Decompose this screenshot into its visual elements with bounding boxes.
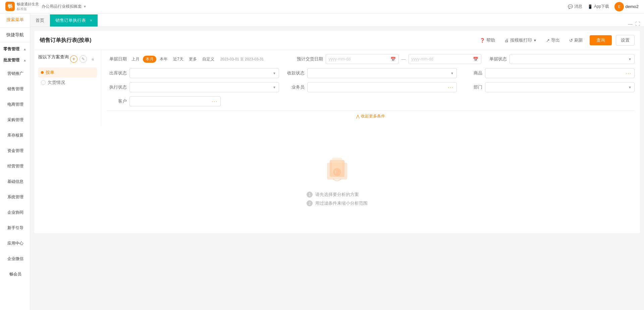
warehouse-status-select[interactable]: ▼ (129, 68, 279, 78)
sidebar-divider-1 (0, 28, 30, 28)
setting-button[interactable]: 设置 (616, 35, 635, 46)
doc-status-label: 单据状态 (487, 56, 507, 62)
collapse-more-btn[interactable]: ⋀ 收起更多条件 (107, 110, 635, 122)
sidebar-item-finance[interactable]: 资金管理 (0, 143, 30, 158)
sidebar-divider-2 (0, 42, 30, 42)
top-bar: 畅 畅捷通好生意 标准版 办公用品行业模拟账套 ▼ 💬 消息 📱 App下载 E… (0, 0, 644, 13)
filter-nav-item-single[interactable]: 按单 (38, 67, 97, 78)
filter-field-goods: 商品 ··· (462, 68, 635, 78)
goods-select[interactable]: ··· (485, 68, 635, 78)
customer-label: 客户 (107, 98, 127, 104)
main-layout: 搜索菜单 快捷导航 零售管理 ▲ 批发管理 ▲ 营销推广 销售管理 电商管理 采… (0, 13, 644, 310)
tab-close-icon[interactable]: × (90, 18, 92, 23)
refresh-button[interactable]: ↺ 刷新 (567, 36, 586, 45)
tip-num-2: 2 (307, 200, 313, 206)
message-label: 消息 (574, 4, 582, 9)
date-tab-last-month[interactable]: 上月 (129, 56, 142, 63)
sidebar-wholesale-label: 批发管理 (3, 57, 19, 63)
date-tab-7days[interactable]: 近7天 (171, 56, 185, 63)
salesman-more-icon: ··· (448, 85, 454, 90)
filter-row-2: 出库状态 ▼ 收款状态 ▼ (107, 68, 635, 78)
warehouse-status-label: 出库状态 (107, 70, 127, 76)
tab-home[interactable]: 首页 (30, 14, 50, 27)
date-tabs: 上月 本月 本年 近7天 更多 自定义 (129, 56, 216, 63)
filter-form: 单据日期 上月 本月 本年 近7天 更多 自定义 (101, 50, 640, 126)
expected-date-end[interactable]: yyyy-mm-dd 📅 (409, 54, 482, 64)
app-download-button[interactable]: 📱 App下载 (588, 4, 609, 9)
sidebar-item-sales[interactable]: 销售管理 (0, 81, 30, 97)
sidebar-item-purchase[interactable]: 采购管理 (0, 112, 30, 127)
dept-select[interactable]: ▼ (485, 82, 635, 92)
message-button[interactable]: 💬 消息 (568, 4, 582, 9)
sidebar-item-member[interactable]: 畅会员 (0, 266, 30, 282)
tab-expand-icon[interactable]: ⛶ (635, 21, 640, 27)
svg-text:!: ! (335, 169, 336, 175)
collapse-arrow-icon: ⋀ (356, 114, 360, 119)
filter-field-expected-date: 预计交货日期 yyyy-mm-dd 📅 — yyyy-mm-dd 📅 (297, 54, 482, 64)
date-tab-more[interactable]: 更多 (187, 56, 199, 63)
retail-expand-icon: ▲ (23, 47, 26, 51)
salesman-select[interactable]: ··· (307, 82, 457, 92)
tip-text-1: 请先选择要分析的方案 (315, 192, 359, 198)
warehouse-status-arrow: ▼ (273, 71, 276, 75)
date-tab-this-month[interactable]: 本月 (143, 56, 156, 63)
sidebar-item-operations[interactable]: 经营管理 (0, 158, 30, 174)
date-tab-custom[interactable]: 自定义 (200, 56, 216, 63)
expected-date-start[interactable]: yyyy-mm-dd 📅 (326, 54, 399, 64)
export-button[interactable]: ↗ 导出 (543, 36, 562, 45)
query-button[interactable]: 查询 (590, 35, 612, 45)
sidebar-item-system[interactable]: 系统管理 (0, 189, 30, 205)
sidebar-retail-label: 零售管理 (3, 46, 19, 52)
print-label: 按模板打印 (510, 37, 532, 43)
expected-date-end-text: yyyy-mm-dd (412, 57, 433, 61)
filter-row-3: 执行状态 ▼ 业务员 ··· (107, 82, 635, 92)
filter-field-dept: 部门 ▼ (462, 82, 635, 92)
logo-sub: 标准版 (17, 7, 39, 11)
filter-add-button[interactable]: + (70, 55, 77, 63)
dept-arrow: ▼ (628, 86, 632, 89)
exec-status-select[interactable]: ▼ (129, 82, 279, 92)
tab-active[interactable]: 销售订单执行表 × (50, 14, 98, 27)
filter-collapse-button[interactable]: « (89, 55, 97, 63)
customer-select[interactable]: ··· (129, 96, 221, 106)
sidebar-item-enterprise[interactable]: 企业协同 (0, 205, 30, 220)
logo-area: 畅 畅捷通好生意 标准版 (5, 2, 39, 11)
filter-nav-item-shortage[interactable]: 欠货情况 (38, 78, 97, 88)
date-tab-this-year[interactable]: 本年 (158, 56, 170, 63)
sidebar-item-retail[interactable]: 零售管理 ▲ (0, 44, 30, 55)
sidebar-search-menu[interactable]: 搜索菜单 (0, 13, 30, 26)
export-icon: ↗ (546, 38, 550, 43)
sidebar-item-inventory[interactable]: 库存核算 (0, 127, 30, 143)
goods-label: 商品 (462, 70, 482, 76)
filter-row-1: 单据日期 上月 本月 本年 近7天 更多 自定义 (107, 54, 635, 64)
sidebar-quick-nav[interactable]: 快捷导航 (0, 29, 30, 41)
filter-edit-button[interactable]: ✎ (79, 55, 87, 63)
sidebar-item-ecommerce[interactable]: 电商管理 (0, 97, 30, 112)
sidebar-item-appcenter[interactable]: 应用中心 (0, 236, 30, 251)
refresh-icon: ↺ (569, 38, 573, 43)
marketing-label: 营销推广 (7, 71, 23, 76)
sidebar-item-basic[interactable]: 基础信息 (0, 174, 30, 189)
logo-title: 畅捷通好生意 (17, 2, 39, 6)
salesman-label: 业务员 (284, 84, 305, 90)
sidebar-item-marketing[interactable]: 营销推广 (0, 66, 30, 81)
payment-status-label: 收款状态 (284, 70, 305, 76)
nav-path[interactable]: 办公用品行业模拟账套 ▼ (42, 4, 87, 9)
nav-dropdown-icon: ▼ (83, 5, 87, 8)
sidebar-item-wechat[interactable]: 企业微信 (0, 251, 30, 266)
tab-minimize-icon[interactable]: — (628, 21, 633, 27)
doc-status-select[interactable]: ▼ (509, 54, 635, 64)
nav-path-text: 办公用品行业模拟账套 (42, 4, 82, 9)
filter-row-4: 客户 ··· (107, 96, 635, 106)
help-button[interactable]: ❓ 帮助 (477, 36, 498, 45)
payment-status-select[interactable]: ▼ (307, 68, 457, 78)
sidebar-item-wholesale[interactable]: 批发管理 ▲ (0, 55, 30, 66)
sidebar-item-newuser[interactable]: 新手引导 (0, 220, 30, 236)
wechat-label: 企业微信 (7, 256, 23, 262)
tip-text-2: 用过滤条件来缩小分析范围 (315, 200, 368, 206)
exec-status-arrow: ▼ (273, 86, 276, 89)
print-button[interactable]: 🖨 按模板打印 ▼ (502, 36, 539, 45)
page-actions: ❓ 帮助 🖨 按模板打印 ▼ ↗ 导出 ↺ (477, 35, 635, 46)
user-area[interactable]: E demo2 (614, 2, 639, 11)
page-inner: 销售订单执行表(按单) ❓ 帮助 🖨 按模板打印 ▼ ↗ (34, 31, 640, 233)
